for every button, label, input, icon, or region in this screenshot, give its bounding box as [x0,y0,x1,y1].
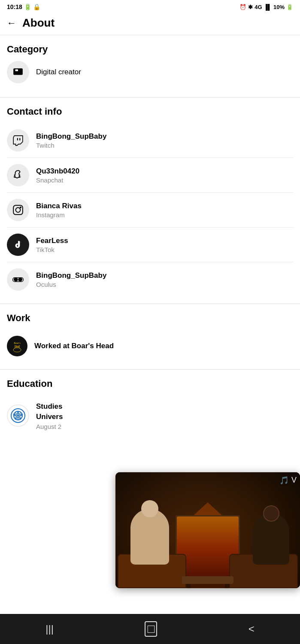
status-icon-1: 🔋 [24,3,31,10]
work-section: Work Boar's Head Worked at Boar's Head [0,304,300,362]
back-button[interactable]: ← [7,18,16,29]
page-title: About [22,16,55,30]
education-title: Education [7,378,293,389]
instagram-platform: Instagram [36,211,82,219]
svg-point-6 [20,207,21,208]
svg-rect-0 [13,68,23,75]
head-left [141,500,158,517]
tiktok-text: FearLess TikTok [36,237,68,253]
coffee-table [182,576,233,584]
category-title: Category [7,44,293,55]
contact-item-oculus[interactable]: BingBong_SupBaby Oculus [7,262,293,297]
snapchat-icon [7,164,29,186]
twitch-text: BingBong_SupBaby Twitch [36,132,106,149]
person-right [253,513,289,565]
twitch-username: BingBong_SupBaby [36,132,106,141]
status-time: 10:18 [7,3,22,10]
contact-list: BingBong_SupBaby Twitch Qu33nb0420 Snapc… [7,123,293,297]
work-label: Worked at Boar's Head [34,342,114,350]
head-right [263,505,279,522]
status-bar: 10:18 🔋 🔒 ⏰ ✱ 4G ▐▌ 10% 🔋 [0,0,300,12]
bottom-nav: ||| □ < [0,614,300,644]
instagram-icon [7,199,29,221]
instagram-username: Bianca Rivas [36,202,82,210]
video-badge: 🎵 V [279,476,297,485]
category-label: Digital creator [36,68,81,76]
svg-rect-4 [13,205,23,215]
battery-label: 10% [273,4,285,10]
signal-icon: ▐▌ [264,4,272,10]
category-item[interactable]: Digital creator [7,61,293,90]
svg-point-9 [18,278,22,281]
instagram-text: Bianca Rivas Instagram [36,202,82,219]
tiktok-icon [7,234,29,256]
boarshead-icon: Boar's Head [7,336,27,356]
education-line1: StudiesUnivers [36,401,63,422]
status-left: 10:18 🔋 🔒 [7,3,40,10]
contact-item-twitch[interactable]: BingBong_SupBaby Twitch [7,123,293,158]
work-text: Worked at Boar's Head [34,342,114,350]
education-line2: August 2 [36,423,63,430]
bluetooth-icon: ✱ [248,4,253,10]
nav-back-button[interactable]: < [248,623,255,635]
contact-item-snapchat[interactable]: Qu33nb0420 Snapchat [7,158,293,193]
contact-item-tiktok[interactable]: FearLess TikTok [7,228,293,262]
contact-section: Contact info BingBong_SupBaby Twitch [0,97,300,297]
tiktok-username: FearLess [36,237,68,245]
work-item[interactable]: Boar's Head Worked at Boar's Head [7,330,293,362]
nav-menu-button[interactable]: ||| [45,623,54,635]
alarm-icon: ⏰ [239,4,246,10]
work-title: Work [7,313,293,324]
video-overlay[interactable]: 🎵 V [115,472,300,588]
twitch-platform: Twitch [36,142,106,149]
video-badge-icon2: V [291,476,297,485]
status-icon-2: 🔒 [33,3,40,10]
oculus-text: BingBong_SupBaby Oculus [36,271,106,288]
header: ← About [0,12,300,35]
svg-point-8 [14,278,18,281]
category-icon [7,61,29,83]
svg-point-5 [16,208,21,213]
tiktok-platform: TikTok [36,246,68,253]
twitch-icon [7,129,29,152]
oculus-icon [7,268,29,291]
video-badge-icon1: 🎵 [279,476,289,485]
education-section: Education StudiesUnivers August 2 [0,370,300,436]
contact-title: Contact info [7,106,293,117]
svg-text:Boar's: Boar's [14,342,20,344]
school-icon [7,404,29,427]
contact-item-instagram[interactable]: Bianca Rivas Instagram [7,193,293,228]
svg-rect-1 [15,70,18,71]
nav-home-button[interactable]: □ [145,621,157,637]
video-scene: 🎵 V [115,472,300,588]
education-item[interactable]: StudiesUnivers August 2 [7,395,293,436]
education-text: StudiesUnivers August 2 [36,401,63,430]
status-right: ⏰ ✱ 4G ▐▌ 10% 🔋 [239,4,293,10]
person-left [130,509,169,565]
snapchat-text: Qu33nb0420 Snapchat [36,167,79,184]
network-label: 4G [255,4,262,10]
snapchat-platform: Snapchat [36,176,79,184]
oculus-username: BingBong_SupBaby [36,271,106,280]
oculus-platform: Oculus [36,281,106,288]
battery-icon: 🔋 [286,4,293,10]
category-section: Category Digital creator [0,35,300,90]
snapchat-username: Qu33nb0420 [36,167,79,176]
